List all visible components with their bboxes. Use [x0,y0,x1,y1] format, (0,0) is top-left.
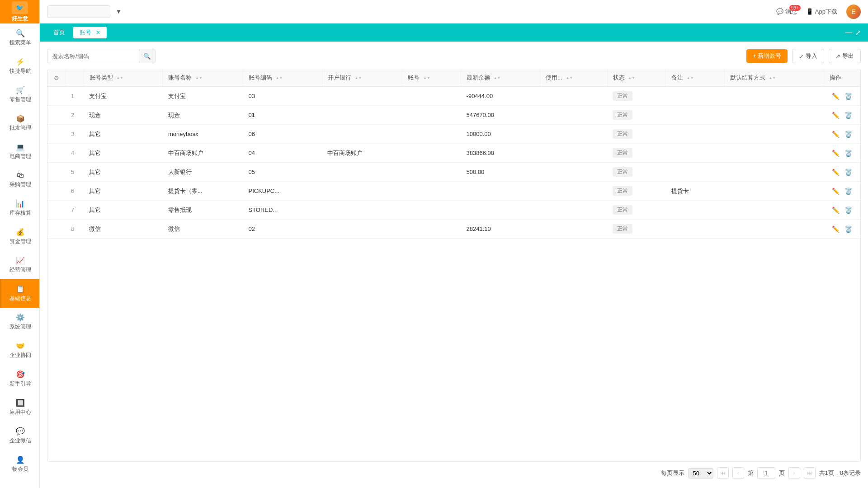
nav-teal-bar: 首页 账号 ✕ — ⤢ [40,23,868,42]
sort-note-icon[interactable]: ▲▼ [687,76,694,80]
top-search-input[interactable] [47,5,110,18]
sidebar-item-basic-info[interactable]: 📋 基础信息 [0,279,39,308]
sort-balance-icon[interactable]: ▲▼ [494,76,501,80]
sidebar-item-wholesale[interactable]: 📦 批发管理 [0,109,39,137]
row-code-3: 04 [243,144,322,163]
sort-code-icon[interactable]: ▲▼ [276,76,283,80]
sort-account-icon[interactable]: ▲▼ [423,76,430,80]
row-bank-1 [322,106,402,125]
add-account-button[interactable]: + 新增账号 [746,49,788,63]
wholesale-icon: 📦 [16,114,25,123]
import-icon: ↙ [799,53,804,60]
first-page-button[interactable]: ⏮ [717,467,729,479]
delete-button-6[interactable]: 🗑️ [843,206,854,215]
delete-button-0[interactable]: 🗑️ [843,92,854,101]
row-bank-3: 中百商场账户 [322,144,402,163]
edit-button-1[interactable]: ✏️ [830,111,841,120]
sort-type-icon[interactable]: ▲▼ [116,76,123,80]
sidebar-item-label: 新手引导 [9,380,31,388]
edit-button-4[interactable]: ✏️ [830,168,841,177]
sidebar-item-system[interactable]: ⚙️ 系统管理 [0,308,39,336]
sort-name-icon[interactable]: ▲▼ [195,76,203,80]
delete-button-1[interactable]: 🗑️ [843,111,854,120]
status-badge-4: 正常 [613,167,632,177]
sidebar-item-wechat[interactable]: 💬 企业微信 [0,422,39,450]
tab-account[interactable]: 账号 ✕ [73,27,107,38]
edit-button-0[interactable]: ✏️ [830,92,841,101]
settings-icon[interactable]: ⚙ [54,75,59,81]
row-type-5: 其它 [84,182,163,201]
edit-button-7[interactable]: ✏️ [830,225,841,234]
dropdown-button[interactable]: ▼ [116,8,122,15]
sidebar-item-label: 资金管理 [9,238,31,245]
status-badge-0: 正常 [613,91,632,101]
next-page-button[interactable]: › [788,467,800,479]
edit-button-3[interactable]: ✏️ [830,149,841,158]
search-button[interactable]: 🔍 [139,49,155,63]
app-center-icon: 🔲 [16,399,25,407]
sort-status-icon[interactable]: ▲▼ [628,76,635,80]
sidebar-item-ecommerce[interactable]: 💻 电商管理 [0,137,39,166]
sidebar-item-inventory[interactable]: 📊 库存核算 [0,194,39,222]
column-actions: 操作 [824,69,860,87]
row-index-3: 4 [66,144,84,163]
notification-button[interactable]: 💬 消息 99+ [776,8,797,16]
app-download-button[interactable]: 📱 App下载 [806,8,837,16]
delete-button-4[interactable]: 🗑️ [843,168,854,177]
row-type-2: 其它 [84,125,163,144]
sort-usage-icon[interactable]: ▲▼ [566,76,573,80]
page-size-select[interactable]: 50 20 100 [688,468,713,479]
sidebar-item-app-center[interactable]: 🔲 应用中心 [0,393,39,422]
inventory-icon: 📊 [16,199,25,208]
row-actions-1: ✏️ 🗑️ [824,106,860,125]
user-avatar[interactable]: E [846,5,861,19]
prev-page-button[interactable]: ‹ [732,467,744,479]
sidebar-item-purchase[interactable]: 🛍 采购管理 [0,166,39,194]
edit-button-2[interactable]: ✏️ [830,130,841,139]
sidebar: 🐦 好生意 🔍 搜索菜单 ⚡ 快捷导航 🛒 零售管理 📦 批发管理 💻 电商管理… [0,0,40,488]
row-index-4: 5 [66,163,84,182]
import-button[interactable]: ↙ 导入 [792,49,824,63]
row-gear-4 [47,163,66,182]
tab-minimize-icon[interactable]: — [845,28,852,37]
tab-close-icon[interactable]: ✕ [96,29,100,36]
sidebar-item-search-menu[interactable]: 🔍 搜索菜单 [0,23,39,52]
tab-home[interactable]: 首页 [47,27,71,38]
sort-payment-icon[interactable]: ▲▼ [769,76,776,80]
status-badge-2: 正常 [613,129,632,139]
row-gear-7 [47,220,66,239]
header-right: 💬 消息 99+ 📱 App下载 E [776,5,861,19]
search-box: 🔍 [47,49,156,63]
search-input[interactable] [47,53,139,60]
delete-button-2[interactable]: 🗑️ [843,130,854,139]
row-status-7: 正常 [607,220,666,239]
tab-expand-icon[interactable]: ⤢ [855,28,861,37]
row-index-1: 2 [66,106,84,125]
sidebar-item-guide[interactable]: 🎯 新手引导 [0,365,39,393]
main-area: ▼ 💬 消息 99+ 📱 App下载 E 首页 账号 ✕ — ⤢ [40,0,868,488]
delete-button-5[interactable]: 🗑️ [843,187,854,196]
edit-button-5[interactable]: ✏️ [830,187,841,196]
sidebar-item-label: 零售管理 [9,96,31,103]
last-page-button[interactable]: ⏭ [804,467,816,479]
sidebar-item-finance[interactable]: 💰 资金管理 [0,222,39,251]
sidebar-item-quick-nav[interactable]: ⚡ 快捷导航 [0,52,39,80]
delete-button-3[interactable]: 🗑️ [843,149,854,158]
page-number-input[interactable] [757,467,775,479]
row-default-payment-3 [724,144,824,163]
delete-button-7[interactable]: 🗑️ [843,225,854,234]
sidebar-item-enterprise[interactable]: 🤝 企业协同 [0,336,39,365]
row-default-payment-2 [724,125,824,144]
edit-button-6[interactable]: ✏️ [830,206,841,215]
sort-bank-icon[interactable]: ▲▼ [355,76,362,80]
sidebar-item-member[interactable]: 👤 畅会员 [0,450,39,479]
export-button[interactable]: ↗ 导出 [829,49,861,63]
row-bank-2 [322,125,402,144]
sidebar-item-label: 应用中心 [9,408,31,416]
sidebar-item-retail[interactable]: 🛒 零售管理 [0,80,39,109]
row-type-4: 其它 [84,163,163,182]
column-bank: 开户银行 ▲▼ [322,69,402,87]
app-name: 好生意 [12,15,28,23]
row-account-7 [402,220,461,239]
sidebar-item-operations[interactable]: 📈 经营管理 [0,251,39,279]
